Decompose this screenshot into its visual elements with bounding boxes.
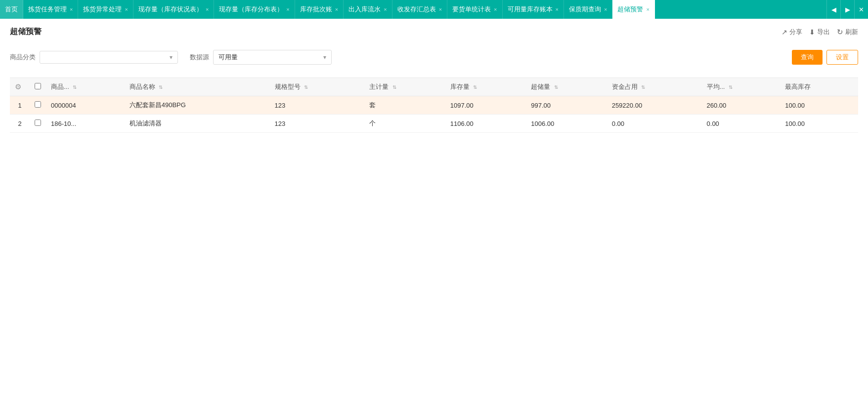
- data-source-value: 可用量: [218, 53, 238, 62]
- product-category-chevron-icon: ▾: [170, 54, 173, 61]
- table-header-row: ⚙ 商品... ⇅ 商品名称 ⇅ 规格型号 ⇅ 主计量: [10, 78, 858, 96]
- cell-capital: 0.00: [607, 115, 702, 133]
- cell-avg: 0.00: [702, 115, 781, 133]
- cell-avg: 260.00: [702, 96, 781, 115]
- product-category-label: 商品分类: [10, 53, 36, 62]
- cell-product-name: 机油滤清器: [125, 115, 270, 133]
- col-capital[interactable]: 资金占用 ⇅: [607, 78, 702, 96]
- close-picking-exception[interactable]: ×: [125, 6, 128, 12]
- col-spec[interactable]: 规格型号 ⇅: [270, 78, 365, 96]
- page-title: 超储预警: [10, 27, 42, 37]
- select-all-checkbox[interactable]: [35, 83, 41, 89]
- cell-max-stock: 100.00: [780, 115, 858, 133]
- close-requisition-stat[interactable]: ×: [494, 6, 497, 12]
- close-available-ledger[interactable]: ×: [556, 6, 559, 12]
- sort-spec-icon: ⇅: [304, 84, 308, 90]
- sort-stock-icon: ⇅: [473, 84, 477, 90]
- col-excess[interactable]: 超储量 ⇅: [526, 78, 607, 96]
- nav-inventory-dist[interactable]: 现存量（库存分布表） ×: [214, 0, 295, 19]
- nav-arrow-left[interactable]: ◀: [826, 0, 840, 19]
- row-checkbox-0[interactable]: [35, 101, 41, 108]
- col-max-stock[interactable]: 最高库存: [780, 78, 858, 96]
- data-source-label: 数据源: [190, 53, 209, 62]
- sort-product-code-icon: ⇅: [73, 84, 77, 90]
- nav-overstock-warning[interactable]: 超储预警 ×: [612, 0, 654, 19]
- col-unit[interactable]: 主计量 ⇅: [364, 78, 445, 96]
- header-actions: ↗ 分享 ⬇ 导出 ↻ 刷新: [781, 28, 858, 37]
- cell-max-stock: 100.00: [780, 96, 858, 115]
- col-avg[interactable]: 平均... ⇅: [702, 78, 781, 96]
- row-checkbox-cell: [30, 96, 46, 115]
- export-label: 导出: [817, 28, 830, 37]
- close-inventory-dist[interactable]: ×: [286, 6, 289, 12]
- col-gear: ⚙: [10, 78, 30, 96]
- refresh-label: 刷新: [845, 28, 858, 37]
- close-inventory-status[interactable]: ×: [206, 6, 209, 12]
- table-row: 1 0000004 六配套新昌490BPG 123 套 1097.00 997.…: [10, 96, 858, 115]
- close-overstock-warning[interactable]: ×: [646, 6, 649, 12]
- refresh-action[interactable]: ↻ 刷新: [837, 28, 858, 37]
- close-receive-send[interactable]: ×: [439, 6, 442, 12]
- nav-arrow-group: ◀ ▶ ✕: [826, 0, 868, 19]
- share-action[interactable]: ↗ 分享: [781, 28, 802, 37]
- sort-capital-icon: ⇅: [641, 84, 645, 90]
- nav-receive-send[interactable]: 收发存汇总表 ×: [392, 0, 447, 19]
- data-source-filter: 数据源 可用量 ▾: [190, 50, 332, 65]
- close-quality-period[interactable]: ×: [604, 6, 607, 12]
- share-label: 分享: [789, 28, 802, 37]
- cell-unit: 套: [364, 96, 445, 115]
- row-checkbox-cell: [30, 115, 46, 133]
- cell-product-code: 0000004: [46, 96, 125, 115]
- filter-actions: 查询 设置: [792, 50, 858, 65]
- nav-quality-period[interactable]: 保质期查询 ×: [564, 0, 612, 19]
- settings-button[interactable]: 设置: [826, 50, 858, 65]
- nav-requisition-stat[interactable]: 要货单统计表 ×: [447, 0, 502, 19]
- nav-arrow-close[interactable]: ✕: [854, 0, 868, 19]
- page-header: 超储预警 ↗ 分享 ⬇ 导出 ↻ 刷新: [10, 27, 858, 37]
- export-action[interactable]: ⬇ 导出: [809, 28, 830, 37]
- nav-arrow-right[interactable]: ▶: [840, 0, 854, 19]
- col-product-name[interactable]: 商品名称 ⇅: [125, 78, 270, 96]
- table-row: 2 186-10... 机油滤清器 123 个 1106.00 1006.00 …: [10, 115, 858, 133]
- col-product-code[interactable]: 商品... ⇅: [46, 78, 125, 96]
- cell-stock: 1097.00: [445, 96, 526, 115]
- col-select-all[interactable]: [30, 78, 46, 96]
- nav-available-ledger[interactable]: 可用量库存账本 ×: [503, 0, 564, 19]
- close-batch-account[interactable]: ×: [335, 6, 338, 12]
- query-button[interactable]: 查询: [792, 50, 823, 65]
- row-num: 2: [10, 115, 30, 133]
- sort-unit-icon: ⇅: [392, 84, 396, 90]
- sort-avg-icon: ⇅: [729, 84, 733, 90]
- gear-icon[interactable]: ⚙: [15, 82, 21, 91]
- row-checkbox-1[interactable]: [35, 119, 41, 126]
- cell-product-code: 186-10...: [46, 115, 125, 133]
- cell-stock: 1106.00: [445, 115, 526, 133]
- page-content: 超储预警 ↗ 分享 ⬇ 导出 ↻ 刷新 商品分类 ▾ 数据源: [0, 19, 868, 395]
- nav-home[interactable]: 首页: [0, 0, 23, 19]
- nav-inventory-status[interactable]: 现存量（库存状况表） ×: [133, 0, 214, 19]
- nav-inout-flow[interactable]: 出入库流水 ×: [344, 0, 392, 19]
- col-stock[interactable]: 库存量 ⇅: [445, 78, 526, 96]
- refresh-icon: ↻: [837, 28, 843, 37]
- export-icon: ⬇: [809, 28, 815, 36]
- close-picking-task[interactable]: ×: [70, 6, 73, 12]
- cell-product-name: 六配套新昌490BPG: [125, 96, 270, 115]
- filter-bar: 商品分类 ▾ 数据源 可用量 ▾ 查询 设置: [10, 45, 858, 70]
- nav-batch-account[interactable]: 库存批次账 ×: [295, 0, 344, 19]
- cell-excess: 1006.00: [526, 115, 607, 133]
- data-source-chevron-icon: ▾: [323, 54, 326, 61]
- product-category-filter: 商品分类 ▾: [10, 51, 178, 64]
- row-num: 1: [10, 96, 30, 115]
- cell-unit: 个: [364, 115, 445, 133]
- nav-picking-task[interactable]: 拣货任务管理 ×: [23, 0, 78, 19]
- close-inout-flow[interactable]: ×: [384, 6, 387, 12]
- cell-excess: 997.00: [526, 96, 607, 115]
- top-navigation: 首页 拣货任务管理 × 拣货异常处理 × 现存量（库存状况表） × 现存量（库存…: [0, 0, 868, 19]
- data-table: ⚙ 商品... ⇅ 商品名称 ⇅ 规格型号 ⇅ 主计量: [10, 78, 858, 133]
- sort-product-name-icon: ⇅: [159, 84, 163, 90]
- sort-excess-icon: ⇅: [554, 84, 558, 90]
- product-category-select[interactable]: ▾: [40, 51, 178, 64]
- cell-spec: 123: [270, 96, 365, 115]
- data-source-select[interactable]: 可用量 ▾: [213, 50, 332, 65]
- nav-picking-exception[interactable]: 拣货异常处理 ×: [78, 0, 133, 19]
